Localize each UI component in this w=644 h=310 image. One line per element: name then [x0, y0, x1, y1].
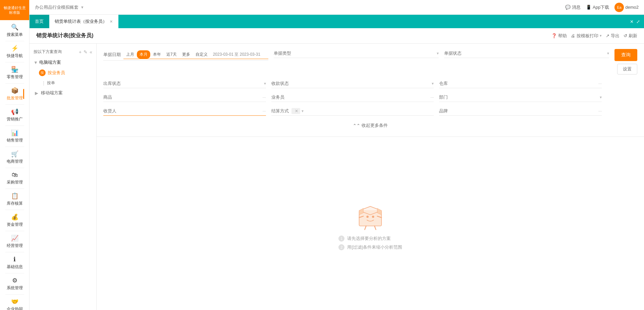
topbar: 办公用品行业模拟账套 ▾ 💬 消息 📱 App下载 Ea demo2	[30, 0, 644, 15]
app-download-btn[interactable]: 📱 App下载	[586, 4, 609, 10]
warehouse-label: 仓库	[439, 81, 459, 87]
sub-item-by-doc[interactable]: ⋮ 按单	[30, 78, 96, 88]
department-dropdown-icon[interactable]: ▾	[600, 95, 602, 100]
sidebar-item-4[interactable]: 📢 营销推广	[5, 105, 24, 126]
sidebar-item-12[interactable]: ⚙ 系统管理	[5, 273, 24, 295]
query-button[interactable]: 查询	[614, 49, 637, 61]
tab-fullscreen-icon[interactable]: ⤢	[636, 19, 640, 24]
message-btn[interactable]: 💬 消息	[565, 4, 581, 10]
topbar-right: 💬 消息 📱 App下载 Ea demo2	[565, 3, 639, 12]
sidebar-label-6: 电商管理	[7, 159, 23, 164]
salesperson-value[interactable]: ···	[291, 95, 434, 100]
sidebar-item-1[interactable]: ⚡ 快捷导航	[5, 41, 24, 62]
doc-status-value[interactable]: ▾	[464, 51, 609, 56]
page-title: 销货单统计表(按业务员)	[36, 32, 94, 39]
out-status-value[interactable]: ▾	[123, 81, 266, 86]
scheme-group-pc-header[interactable]: ▼ 电脑端方案	[30, 57, 96, 67]
refresh-btn[interactable]: ↺ 刷新	[624, 33, 637, 39]
department-value[interactable]: ▾	[459, 95, 602, 100]
empty-illustration	[354, 197, 387, 230]
sidebar-icon-9: 💰	[11, 213, 18, 221]
sidebar-label-0: 搜索菜单	[7, 32, 23, 38]
date-label: 单据日期	[103, 52, 123, 58]
industry-label: 办公用品行业模拟账套	[35, 4, 78, 10]
sidebar-icon-11: ℹ	[13, 256, 16, 263]
salesperson-dots-icon[interactable]: ···	[430, 95, 434, 100]
scheme-group-mobile: ▶ 移动端方案	[30, 88, 96, 98]
filter-doc-status-row: 单据状态 ▾	[444, 49, 609, 58]
sidebar-item-9[interactable]: 💰 资金管理	[5, 210, 24, 231]
sidebar-icon-4: 📢	[11, 108, 18, 115]
doc-type-value[interactable]: ▾	[294, 51, 439, 56]
sidebar-item-5[interactable]: 📊 销售管理	[5, 126, 24, 147]
empty-state: 1 请先选择要分析的方案 2 用[过滤]条件来缩小分析范围	[97, 137, 644, 310]
product-value[interactable]: ···	[123, 95, 266, 100]
tab-sales-stat[interactable]: 销货单统计表（按业务员） ✕	[49, 15, 118, 28]
sidebar-icon-0: 🔍	[11, 23, 18, 31]
export-btn[interactable]: ↗ 导出	[606, 33, 620, 39]
warehouse-dots-icon[interactable]: ···	[598, 81, 602, 86]
doc-type-dropdown-icon[interactable]: ▾	[437, 51, 439, 56]
add-scheme-btn[interactable]: +	[79, 49, 82, 55]
sidebar-item-6[interactable]: 🛒 电商管理	[5, 147, 24, 168]
settlement-tag-close[interactable]: ✕	[295, 109, 298, 113]
logo-text: 畅捷通好生意 标准版	[4, 5, 26, 15]
filter-payment-status: 收款状态 ▾	[271, 79, 434, 88]
scheme-group-mobile-header[interactable]: ▶ 移动端方案	[30, 88, 96, 98]
sidebar-item-8[interactable]: 📋 库存核算	[5, 189, 24, 210]
date-tab-more[interactable]: 更多	[179, 50, 193, 59]
sidebar-item-10[interactable]: 📈 经营管理	[5, 231, 24, 252]
sidebar-item-7[interactable]: 🛍 采购管理	[5, 168, 24, 189]
print-btn[interactable]: 🖨 按模板打印 ▾	[571, 33, 602, 39]
sidebar-label-12: 系统管理	[7, 285, 23, 291]
tab-close-all-icon[interactable]: ✕	[630, 19, 634, 24]
payment-status-dropdown-icon[interactable]: ▾	[432, 81, 434, 86]
tab-close-icon[interactable]: ✕	[110, 19, 113, 24]
scheme-item-salesperson[interactable]: 按 按业务员	[30, 67, 96, 78]
sidebar-item-11[interactable]: ℹ 基础信息	[5, 252, 24, 273]
sidebar-label-3: 批发管理	[7, 95, 23, 101]
pc-group-collapse-icon: ▼	[34, 60, 38, 65]
brand-dots-icon[interactable]: ···	[598, 109, 602, 113]
settlement-dropdown-icon[interactable]: ▾	[302, 109, 304, 113]
sidebar-item-3[interactable]: 📦 批发管理	[5, 84, 24, 105]
svg-point-2	[372, 216, 374, 218]
main-area: 办公用品行业模拟账套 ▾ 💬 消息 📱 App下载 Ea demo2 首页	[30, 0, 644, 310]
filter-settlement: 结算方式 ✕ ▾	[271, 107, 434, 116]
page-actions: ❓ 帮助 🖨 按模板打印 ▾ ↗ 导出 ↺ 刷新	[551, 33, 637, 39]
scheme-group-pc: ▼ 电脑端方案 按 按业务员 ⋮ 按单	[30, 57, 96, 88]
sidebar-item-2[interactable]: 🏪 零售管理	[5, 62, 24, 84]
date-tab-this-month[interactable]: 本月	[137, 50, 150, 59]
collapse-filters-btn[interactable]: ⌃⌃ 收起更多条件	[350, 120, 390, 131]
date-filter-row: 上月 本月 本年 近7天 更多 自定义 2023-03-01 至 2023-03…	[123, 50, 268, 59]
date-tab-custom[interactable]: 自定义	[193, 50, 210, 59]
collapse-panel-btn[interactable]: «	[90, 49, 92, 55]
out-status-dropdown-icon[interactable]: ▾	[264, 81, 266, 86]
date-tab-7days[interactable]: 近7天	[164, 50, 179, 59]
sidebar-item-0[interactable]: 🔍 搜索菜单	[5, 20, 24, 41]
date-tab-this-year[interactable]: 本年	[150, 50, 164, 59]
filter-doc-status-field: 单据状态 ▾	[444, 49, 609, 58]
filter-doc-type-row: 单据类型 ▾	[274, 49, 439, 58]
user-area[interactable]: Ea demo2	[614, 3, 639, 12]
warehouse-value[interactable]: ···	[459, 81, 602, 86]
receiver-value[interactable]: ···	[123, 109, 266, 114]
industry-dropdown-icon[interactable]: ▾	[81, 5, 84, 10]
right-panel: 单据日期 上月 本月 本年 近7天 更多 自定义 2023-03-01 至 20…	[97, 44, 644, 310]
product-dots-icon[interactable]: ···	[263, 95, 266, 100]
empty-hint-1: 1 请先选择要分析的方案	[338, 236, 402, 242]
settings-button[interactable]: 设置	[617, 64, 637, 74]
sidebar-item-13[interactable]: 🤝 企业协同	[5, 295, 24, 310]
tab-home[interactable]: 首页	[30, 15, 49, 28]
receiver-dots-icon[interactable]: ···	[263, 109, 266, 113]
edit-scheme-btn[interactable]: ✎	[84, 49, 88, 55]
doc-status-dropdown-icon[interactable]: ▾	[607, 51, 609, 56]
help-btn[interactable]: ❓ 帮助	[551, 33, 567, 39]
sidebar-icon-8: 📋	[11, 192, 18, 200]
receiver-input[interactable]	[123, 109, 263, 114]
print-icon: 🖨	[571, 33, 575, 38]
date-tab-last-month[interactable]: 上月	[123, 50, 137, 59]
sidebar-items-container: 🔍 搜索菜单 ⚡ 快捷导航 🏪 零售管理 📦 批发管理 📢 营销推广 📊 销售管…	[5, 20, 24, 310]
payment-status-value[interactable]: ▾	[291, 81, 434, 86]
brand-value[interactable]: ···	[459, 109, 602, 113]
